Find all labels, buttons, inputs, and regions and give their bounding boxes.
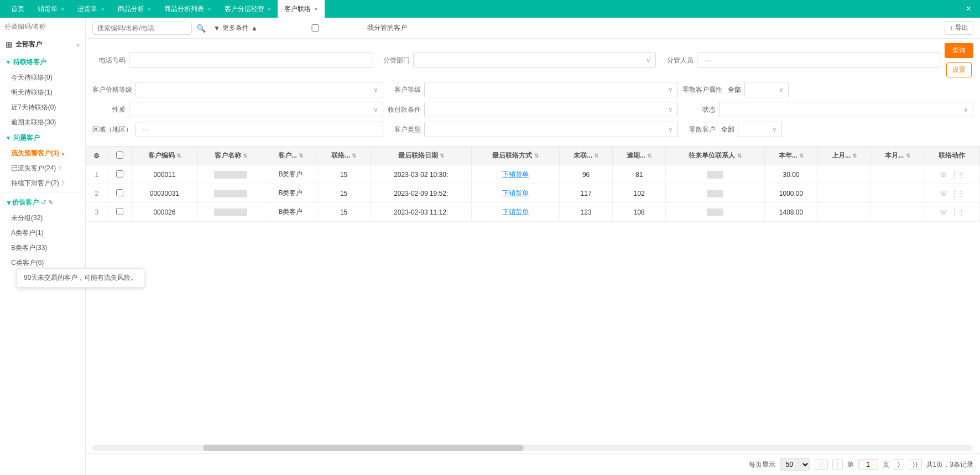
chevron-down-icon-7: ∨: [963, 106, 968, 113]
region-select[interactable]: ···: [135, 122, 383, 137]
close-tab-customer-segmentation[interactable]: ×: [268, 6, 271, 12]
col-header-contact-person[interactable]: 往来单位联系人 ⇅: [666, 147, 765, 165]
row-3-checkbox[interactable]: [116, 208, 123, 215]
close-tab-sales-order[interactable]: ×: [61, 6, 64, 12]
prev-page-button[interactable]: ⟨: [832, 459, 843, 470]
tab-purchase-order[interactable]: 进货单 ×: [71, 0, 111, 18]
tab-product-analysis[interactable]: 商品分析 ×: [111, 0, 158, 18]
table-row: 3 000026 B类客户 15 2023-02-03 11:12: 下销货单 …: [86, 203, 980, 222]
tab-product-analysis-list[interactable]: 商品分析列表 ×: [158, 0, 217, 18]
more-actions-icon-3[interactable]: ⋮⋮: [951, 208, 965, 216]
person-select[interactable]: ···: [697, 53, 940, 68]
sidebar-group-pending-contact[interactable]: ▼ 待联络客户: [0, 54, 85, 70]
contact-icon-1[interactable]: ☏: [940, 171, 948, 179]
row-action-2: ☏ ⋮⋮: [924, 184, 980, 203]
my-customers-checkbox[interactable]: [265, 24, 365, 32]
query-button[interactable]: 查询: [945, 43, 973, 58]
tab-customer-contact[interactable]: 客户联络 ×: [278, 0, 324, 18]
search-input[interactable]: [92, 22, 192, 35]
sidebar-item-7day-contact[interactable]: 近7天待联络(0): [0, 100, 85, 115]
nature-select[interactable]: ∨: [129, 102, 383, 117]
next-page-button[interactable]: ⟩: [894, 459, 904, 470]
my-customers-checkbox-container[interactable]: 我分管的客户: [265, 23, 407, 33]
col-header-not-contacted[interactable]: 未联... ⇅: [560, 147, 613, 165]
sidebar-item-unclassified[interactable]: 未分组(32): [0, 211, 85, 226]
search-button[interactable]: 🔍: [196, 24, 206, 33]
last-page-button[interactable]: ⟩⟩: [909, 459, 922, 470]
status-select[interactable]: ∨: [719, 102, 973, 117]
chevron-down-icon-4: ∨: [779, 86, 784, 93]
sidebar-item-a-class[interactable]: A类客户(1): [0, 226, 85, 241]
sidebar-item-churn-warning[interactable]: 流失预警客户(3) ●: [0, 146, 85, 161]
first-page-button[interactable]: ⟨⟨: [815, 459, 828, 470]
horizontal-scrollbar[interactable]: [92, 445, 973, 451]
advanced-filter-panel: 电话号码 分管部门 ∨ 分管人员 ··· 查询 设置: [86, 39, 980, 147]
chevron-down-icon-8: ∨: [668, 126, 673, 133]
sidebar-item-overdue-contact[interactable]: 逾期未联络(30): [0, 115, 85, 130]
row-1-checkbox[interactable]: [116, 170, 123, 178]
zero-customer-select[interactable]: ∨: [738, 122, 782, 137]
more-conditions-button[interactable]: ▼ 更多条件 ▲: [210, 22, 261, 34]
col-header-overdue[interactable]: 逾期... ⇅: [613, 147, 666, 165]
per-page-select[interactable]: 50 100 200: [780, 458, 810, 471]
row-last-method-1[interactable]: 下销货单: [472, 165, 560, 184]
close-tab-product-analysis-list[interactable]: ×: [207, 6, 211, 12]
more-icon[interactable]: ···: [702, 56, 713, 65]
col-header-contact-count[interactable]: 联络... ⇅: [317, 147, 371, 165]
col-header-settings[interactable]: ⚙: [86, 147, 108, 165]
action-icons-2: ☏ ⋮⋮: [927, 190, 976, 197]
col-header-last-month[interactable]: 上月... ⇅: [818, 147, 871, 165]
refresh-icon[interactable]: ↺: [41, 199, 46, 206]
col-header-this-year[interactable]: 本年... ⇅: [764, 147, 817, 165]
tab-customer-segmentation[interactable]: 客户分层经营 ×: [218, 0, 278, 18]
blurred-name-3: [214, 208, 247, 216]
sidebar-item-tomorrow-contact[interactable]: 明天待联络(1): [0, 85, 85, 100]
scrollbar-thumb[interactable]: [203, 445, 524, 451]
row-checkbox-1[interactable]: [108, 165, 132, 184]
question-icon-2: ?: [58, 165, 61, 172]
close-tab-product-analysis[interactable]: ×: [148, 6, 151, 12]
row-last-method-3[interactable]: 下销货单: [472, 203, 560, 222]
sidebar-group-value-customers[interactable]: ▼ 价值客户 ↺ ✎: [0, 195, 85, 211]
dept-select[interactable]: ∨: [413, 53, 656, 68]
close-tab-purchase-order[interactable]: ×: [101, 6, 104, 12]
col-header-code[interactable]: 客户编码 ⇅: [132, 147, 197, 165]
tab-sales-order[interactable]: 销货单 ×: [31, 0, 71, 18]
row-checkbox-2[interactable]: [108, 184, 132, 203]
sidebar-all-customers[interactable]: ⊞ 全部客户 «: [0, 35, 85, 54]
col-header-this-month[interactable]: 本月... ⇅: [871, 147, 924, 165]
sidebar-item-today-contact[interactable]: 今天待联络(0): [0, 70, 85, 85]
page-number-input[interactable]: [858, 459, 878, 470]
col-header-last-date[interactable]: 最后联络日期 ⇅: [371, 147, 472, 165]
sidebar-group-problem-customers[interactable]: ▼ 问题客户: [0, 130, 85, 146]
sidebar-item-churned[interactable]: 已流失客户(24) ?: [0, 161, 85, 176]
sidebar-item-b-class[interactable]: B类客户(33): [0, 241, 85, 255]
row-checkbox-3[interactable]: [108, 203, 132, 222]
more-actions-icon-2[interactable]: ⋮⋮: [951, 190, 965, 197]
col-header-name[interactable]: 客户名称 ⇅: [197, 147, 264, 165]
close-tab-customer-contact[interactable]: ×: [314, 6, 317, 12]
payment-select[interactable]: ∨: [424, 102, 679, 117]
contact-icon-3[interactable]: ☏: [940, 208, 948, 216]
customer-level-select[interactable]: ∨: [424, 82, 679, 97]
col-header-last-method[interactable]: 最后联络方式 ⇅: [472, 147, 560, 165]
row-2-checkbox[interactable]: [116, 189, 123, 196]
col-header-type[interactable]: 客户... ⇅: [264, 147, 317, 165]
edit-icon[interactable]: ✎: [48, 199, 53, 206]
contact-icon-2[interactable]: ☏: [940, 190, 948, 197]
settings-button[interactable]: 设置: [946, 62, 972, 77]
phone-input[interactable]: [129, 53, 372, 68]
col-header-checkbox[interactable]: [108, 147, 132, 165]
sidebar-search-input[interactable]: [4, 23, 86, 30]
region-more-icon[interactable]: ···: [140, 125, 152, 134]
customer-type-select[interactable]: ∨: [424, 122, 679, 137]
export-button[interactable]: ↑ 导出: [945, 21, 973, 35]
sidebar-item-declining[interactable]: 持续下滑客户(2) ?: [0, 176, 85, 191]
window-close-button[interactable]: ×: [962, 4, 976, 14]
row-last-method-2[interactable]: 下销货单: [472, 184, 560, 203]
tab-home[interactable]: 首页: [4, 4, 31, 14]
select-all-checkbox[interactable]: [116, 152, 123, 159]
more-actions-icon-1[interactable]: ⋮⋮: [951, 171, 965, 179]
price-level-select[interactable]: ∨: [135, 82, 383, 97]
zero-attr-select[interactable]: ∨: [744, 82, 789, 97]
